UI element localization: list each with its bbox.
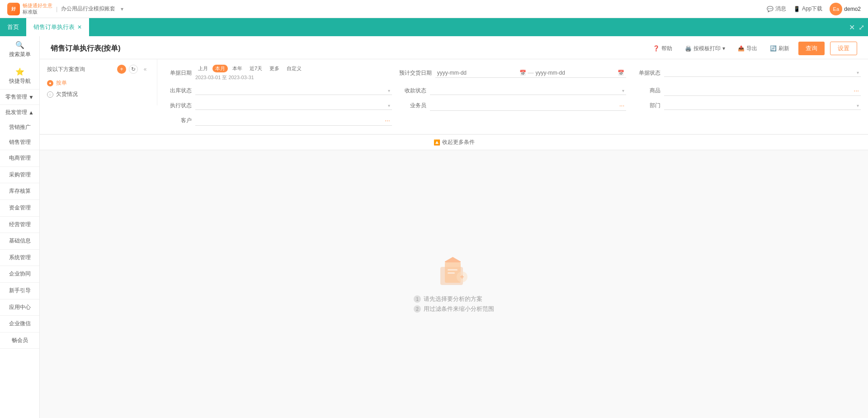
calendar-icon-1[interactable]: 📅 [519,70,526,76]
tip-2-text: 用过滤条件来缩小分析范围 [424,305,494,313]
sidebar-item-wechat[interactable]: 企业微信 [0,316,39,332]
tab-expand-icon[interactable]: ⤢ [859,23,864,32]
scheme-item-shortage-label: 欠货情况 [56,90,78,98]
sidebar-purchase-label: 采购管理 [9,171,31,179]
collapse-filter-button[interactable]: 🔼 收起更多条件 [434,138,475,146]
help-button[interactable]: ❓ 帮助 [649,43,676,54]
sidebar-section-system: 系统管理 [0,250,39,266]
scheme-item-shortage[interactable]: ○ 欠货情况 [47,89,150,100]
top-bar-left: 好 畅捷通好生意 标准版 | 办公用品行业模拟账套 ▾ [7,3,123,15]
svg-marker-2 [445,257,461,262]
sidebar: 🔍 搜索菜单 ⭐ 快捷导航 零售管理 ▼ 批发管理 ▲ 营销推广 销售管理 [0,36,40,418]
exec-status-label: 执行状态 [165,102,192,109]
filter-order-status-field: 单据状态 ▾ [633,65,861,81]
sidebar-item-purchase[interactable]: 采购管理 [0,167,39,183]
sidebar-item-ops[interactable]: 经营管理 [0,217,39,233]
date-tag-7days[interactable]: 近7天 [247,65,265,72]
sidebar-item-marketing[interactable]: 营销推广 [0,120,39,135]
date-tag-this-month[interactable]: 本月 [212,65,228,72]
help-icon: ❓ [653,45,660,52]
date-tag-custom[interactable]: 自定义 [284,65,304,72]
dept-label: 部门 [633,102,660,109]
tab-close-all-icon[interactable]: ✕ [849,23,855,32]
customer-more-icon[interactable]: ··· [385,117,390,124]
dept-select[interactable]: ▾ [664,102,861,110]
salesman-more-icon[interactable]: ··· [619,102,625,109]
message-button[interactable]: 💬 消息 [767,5,786,13]
exec-status-select[interactable]: ▾ [195,102,392,110]
tab-close-icon[interactable]: ✕ [77,24,82,30]
sidebar-item-ecom[interactable]: 电商管理 [0,150,39,166]
sidebar-app-label: 应用中心 [9,304,31,311]
empty-tip-2: 2 用过滤条件来缩小分析范围 [414,305,494,313]
tab-bar: 首页 销售订单执行表 ✕ ✕ ⤢ [0,18,868,36]
sidebar-item-system[interactable]: 系统管理 [0,250,39,266]
breadcrumb-expand-icon[interactable]: ▾ [121,6,123,12]
app-download-button[interactable]: 📱 App下载 [793,5,822,13]
sidebar-item-sales[interactable]: 销售管理 [0,135,39,150]
top-bar: 好 畅捷通好生意 标准版 | 办公用品行业模拟账套 ▾ 💬 消息 📱 App下载… [0,0,868,18]
export-label: 导出 [746,45,757,52]
sidebar-item-app[interactable]: 应用中心 [0,299,39,316]
sidebar-item-search[interactable]: 🔍 搜索菜单 [0,36,39,63]
goods-label: 商品 [633,87,660,95]
export-button[interactable]: 📤 导出 [734,43,761,54]
sidebar-item-basic[interactable]: 基础信息 [0,233,39,249]
add-scheme-button[interactable]: + [117,65,126,74]
ship-status-select[interactable]: ▾ [195,87,392,95]
empty-state: 1 请先选择要分析的方案 2 用过滤条件来缩小分析范围 [414,253,494,315]
sidebar-section-search: 🔍 搜索菜单 ⭐ 快捷导航 [0,36,39,90]
query-button[interactable]: 查询 [798,42,825,55]
filter-goods-field: 商品 ··· [633,86,861,96]
sidebar-section-ecom: 电商管理 [0,150,39,167]
sidebar-item-quicknav[interactable]: ⭐ 快捷导航 [0,63,39,90]
empty-tip-1: 1 请先选择要分析的方案 [414,295,494,303]
expected-date-range: 📅 — 📅 [435,68,627,78]
sidebar-section-ops: 经营管理 [0,217,39,233]
expected-date-start[interactable] [437,70,518,76]
goods-more-icon[interactable]: ··· [854,87,859,94]
sidebar-marketing-label: 营销推广 [9,124,31,131]
page-title: 销售订单执行表(按单) [51,44,121,53]
sidebar-section-retail: 零售管理 ▼ [0,90,39,105]
sidebar-section-wholesale: 批发管理 ▲ 营销推广 销售管理 [0,105,39,150]
receive-status-select[interactable]: ▾ [430,87,627,95]
filter-main: 单据日期 上月 本月 本年 近7天 更多 自定义 20 [157,59,868,134]
user-area[interactable]: Ea demo2 [830,3,861,15]
date-tag-last-month[interactable]: 上月 [195,65,211,72]
sidebar-item-newbie[interactable]: 新手引导 [0,283,39,299]
filter-salesman-field: 业务员 ··· [399,100,627,111]
svg-rect-4 [448,272,455,274]
sidebar-section-inventory: 库存核算 [0,183,39,200]
sidebar-item-finance[interactable]: 资金管理 [0,200,39,216]
customer-label: 客户 [165,117,192,124]
expected-date-end[interactable] [536,70,616,76]
tab-home[interactable]: 首页 [0,18,26,36]
filter-dept-field: 部门 ▾ [633,100,861,111]
sidebar-section-finance: 资金管理 [0,200,39,217]
sidebar-item-retail[interactable]: 零售管理 ▼ [0,90,39,104]
sidebar-quicknav-label: 快捷导航 [9,78,31,85]
sidebar-item-wholesale[interactable]: 批发管理 ▲ [0,105,39,120]
tab-sales-order[interactable]: 销售订单执行表 ✕ [26,18,89,36]
collapse-scheme-button[interactable]: « [141,65,150,74]
settings-button[interactable]: 设置 [830,42,857,55]
date-tag-more[interactable]: 更多 [267,65,282,72]
sidebar-item-inventory[interactable]: 库存核算 [0,183,39,200]
sidebar-item-member[interactable]: 畅会员 [0,332,39,349]
refresh-scheme-button[interactable]: ↻ [129,65,138,74]
calendar-icon-2[interactable]: 📅 [618,70,624,76]
scheme-item-order[interactable]: ● 按单 [47,77,150,89]
filter-left-icons: + ↻ « [117,65,150,74]
print-button[interactable]: 🖨️ 按模板打印 ▾ [681,43,729,54]
sidebar-item-corp[interactable]: 企业协同 [0,266,39,282]
print-label: 按模板打印 [693,45,721,52]
date-sep: — [528,69,534,76]
refresh-button[interactable]: 🔄 刷新 [766,43,793,54]
date-tag-this-year[interactable]: 本年 [230,65,245,72]
logo-title: 畅捷通好生意 [23,3,52,9]
sidebar-section-wechat: 企业微信 [0,316,39,332]
expected-date-label: 预计交货日期 [399,69,432,77]
sidebar-section-corp: 企业协同 [0,266,39,283]
order-status-select[interactable]: ▾ [664,69,861,77]
